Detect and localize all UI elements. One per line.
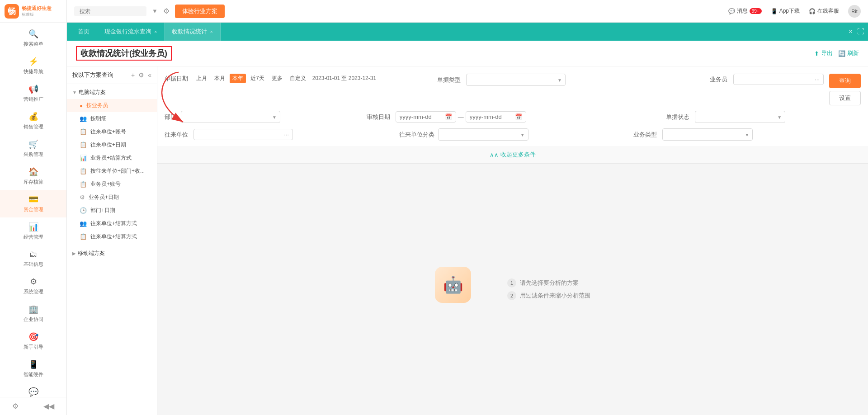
export-icon: ⬆ <box>814 50 819 57</box>
sidebar-item-purchase[interactable]: 🛒 采购管理 <box>0 135 66 162</box>
search-icon: 🔍 <box>28 29 38 39</box>
sidebar-item-nav[interactable]: ⚡ 快捷导航 <box>0 52 66 80</box>
tab-home[interactable]: 首页 <box>71 23 97 41</box>
date-tab-last-month[interactable]: 上月 <box>193 74 210 83</box>
settings-bottom-icon[interactable]: ⚙ <box>12 402 19 410</box>
tabs-maximize-btn[interactable]: ⛶ <box>857 28 864 36</box>
salesperson-filter: 业务员 ··· <box>710 74 824 85</box>
tab-collection-stats-close[interactable]: × <box>210 29 212 34</box>
review-date-from-input[interactable] <box>400 113 445 120</box>
tab-bank-flow-close[interactable]: × <box>154 29 157 34</box>
hardware-icon: 📱 <box>28 359 38 369</box>
salesperson-settle-icon: 📊 <box>80 155 87 161</box>
voucher-type-filter: 单据类型 <box>437 74 710 86</box>
dept-select[interactable] <box>181 111 280 123</box>
sidebar-item-operation[interactable]: 📊 经营管理 <box>0 217 66 245</box>
scheme-header-icons: + ⚙ « <box>131 71 151 79</box>
sidebar-item-newbie[interactable]: 🎯 新手引导 <box>0 327 66 355</box>
review-date-inputs: 📅 — 📅 <box>396 111 526 123</box>
partner-category-select[interactable] <box>438 128 528 141</box>
refresh-icon: 🔄 <box>838 50 845 57</box>
search-input[interactable] <box>74 6 146 16</box>
business-type-select[interactable] <box>662 128 753 141</box>
search-dropdown-icon[interactable]: ▼ <box>152 8 158 14</box>
salesperson-date-icon: ⚙ <box>80 194 85 201</box>
page-content: 收款情况统计(按业务员) ⬆ 导出 🔄 刷新 按以下方案查询 <box>67 41 868 415</box>
trial-button[interactable]: 体验行业方案 <box>175 5 225 18</box>
salesperson-label: 业务员 <box>710 75 730 84</box>
scheme-group-desktop-title[interactable]: ▼ 电脑端方案 <box>67 86 157 99</box>
voucher-status-select[interactable] <box>695 111 785 123</box>
scheme-item-unit-settle2[interactable]: 📋 往来单位+结算方式 <box>67 230 157 243</box>
calendar-from-icon[interactable]: 📅 <box>445 113 452 120</box>
scheme-settings-icon[interactable]: ⚙ <box>138 71 144 79</box>
tab-collection-stats[interactable]: 收款情况统计 × <box>165 23 220 41</box>
query-button[interactable]: 查询 <box>829 74 861 88</box>
settings-button[interactable]: 设置 <box>829 91 861 105</box>
app-download-item[interactable]: 📱 App下载 <box>771 7 800 15</box>
scheme-item-unit-account[interactable]: 📋 往来单位+账号 <box>67 125 157 138</box>
purchase-icon: 🛒 <box>28 139 38 149</box>
sidebar-item-system[interactable]: ⚙ 系统管理 <box>0 272 66 300</box>
mobile-group-arrow: ▶ <box>72 251 76 256</box>
empty-state-illustration: 🤖 <box>435 267 480 312</box>
online-service-item[interactable]: 🎧 在线客服 <box>809 7 839 15</box>
scheme-collapse-icon[interactable]: « <box>148 71 151 79</box>
scheme-item-unit-settle1[interactable]: 👥 往来单位+结算方式 <box>67 217 157 230</box>
chevron-up-icon: ∧∧ <box>490 151 499 158</box>
partner-more-icon[interactable]: ··· <box>284 131 289 138</box>
scheme-add-icon[interactable]: + <box>131 71 135 79</box>
calendar-to-icon[interactable]: 📅 <box>515 113 522 120</box>
sidebar-item-marketing[interactable]: 📢 营销推广 <box>0 80 66 107</box>
operation-icon: 📊 <box>28 222 38 232</box>
sidebar-item-search[interactable]: 🔍 搜索菜单 <box>0 24 66 52</box>
sidebar-item-corp[interactable]: 🏢 企业协同 <box>0 300 66 327</box>
date-range-display: 2023-01-01 至 2023-12-31 <box>312 75 376 82</box>
sidebar-item-sales[interactable]: 💰 销售管理 <box>0 107 66 135</box>
scheme-group-mobile: ▶ 移动端方案 <box>67 245 157 262</box>
date-tab-custom[interactable]: 自定义 <box>287 74 309 83</box>
review-date-label: 审核日期 <box>367 113 392 121</box>
scheme-item-dept-date[interactable]: 🕒 部门+日期 <box>67 204 157 217</box>
dept-date-icon: 🕒 <box>80 207 87 214</box>
sidebar-item-wechat[interactable]: 💬 企业微信 <box>0 382 66 397</box>
sidebar-item-inventory[interactable]: 🏠 库存核算 <box>0 162 66 190</box>
partner-input-wrapper: ··· <box>193 129 293 140</box>
date-tab-this-month[interactable]: 本月 <box>212 74 228 83</box>
tabs-close-btn[interactable]: × <box>849 28 853 36</box>
user-avatar[interactable]: Rit <box>848 5 861 18</box>
scheme-item-salesperson-settle[interactable]: 📊 业务员+结算方式 <box>67 151 157 165</box>
scheme-item-by-salesperson[interactable]: ● 按业务员 <box>67 99 157 112</box>
date-tab-this-year[interactable]: 本年 <box>230 74 246 83</box>
nav-icon: ⚡ <box>28 57 38 66</box>
export-button[interactable]: ⬆ 导出 <box>814 49 833 57</box>
scheme-item-by-detail[interactable]: 👥 按明细 <box>67 112 157 125</box>
dept-label: 部门 <box>165 113 177 121</box>
marketing-icon: 📢 <box>28 84 38 94</box>
voucher-status-filter: 单据状态 <box>666 111 861 123</box>
tab-bank-flow[interactable]: 现金银行流水查询 × <box>97 23 165 41</box>
salesperson-scheme-icon: ● <box>80 103 83 109</box>
scheme-group-mobile-title[interactable]: ▶ 移动端方案 <box>67 247 157 260</box>
collapse-sidebar-icon[interactable]: ◀◀ <box>43 402 54 410</box>
collapse-more-conditions[interactable]: ∧∧ 收起更多条件 <box>157 146 868 163</box>
scheme-item-unit-dept-collect[interactable]: 📋 按往来单位+部门+收... <box>67 165 157 178</box>
scheme-item-salesperson-account[interactable]: 📋 业务员+账号 <box>67 178 157 191</box>
voucher-type-label: 单据类型 <box>437 76 462 84</box>
date-tab-7days[interactable]: 近7天 <box>248 74 267 83</box>
date-tab-more[interactable]: 更多 <box>269 74 285 83</box>
refresh-button[interactable]: 🔄 刷新 <box>838 49 859 57</box>
message-item[interactable]: 💬 消息 99+ <box>728 7 762 15</box>
sidebar: 畅 畅捷通好生意 标准版 🔍 搜索菜单 ⚡ 快捷导航 📢 营销推广 💰 销售管理… <box>0 0 67 415</box>
salesperson-more-icon[interactable]: ··· <box>815 76 820 83</box>
voucher-type-select[interactable] <box>466 74 566 86</box>
voucher-status-select-wrapper <box>695 111 785 123</box>
scheme-item-unit-date[interactable]: 📋 往来单位+日期 <box>67 138 157 151</box>
topbar-settings-icon[interactable]: ⚙ <box>163 7 170 15</box>
review-date-to-input[interactable] <box>470 113 515 120</box>
scheme-item-salesperson-date[interactable]: ⚙ 业务员+日期 <box>67 191 157 204</box>
sidebar-nav: 🔍 搜索菜单 ⚡ 快捷导航 📢 营销推广 💰 销售管理 🛒 采购管理 🏠 库存核… <box>0 23 66 397</box>
sidebar-item-hardware[interactable]: 📱 智能硬件 <box>0 355 66 382</box>
sidebar-item-basic[interactable]: 🗂 基础信息 <box>0 245 66 272</box>
sidebar-item-finance[interactable]: 💳 资金管理 <box>0 190 66 217</box>
